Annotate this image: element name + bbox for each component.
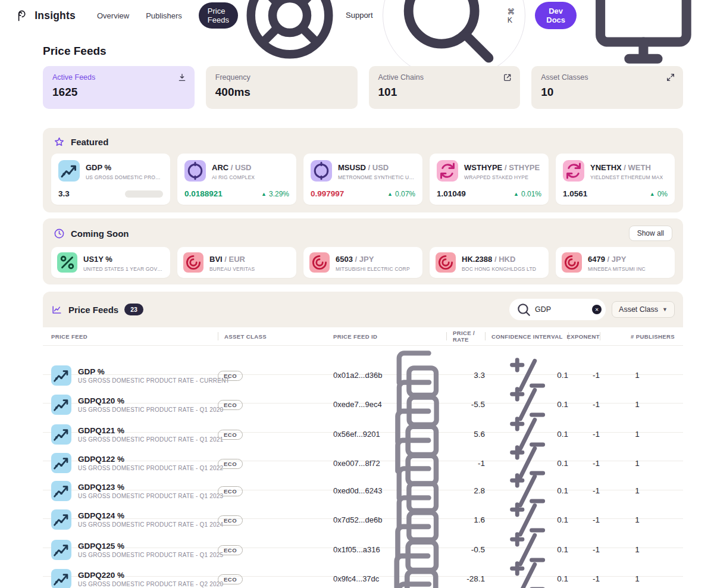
price-value: 2.8 xyxy=(446,486,485,495)
theme-toggle-button[interactable] xyxy=(586,0,701,73)
featured-card[interactable]: YNETHX / WETH YIELDNEST ETHEREUM MAX 1.0… xyxy=(556,154,675,205)
asset-icon xyxy=(57,252,77,273)
price-value: 3.3 xyxy=(446,371,485,380)
asset-class-badge: ECO xyxy=(218,545,243,555)
line-chart-icon xyxy=(51,304,62,315)
dev-docs-button[interactable]: Dev Docs xyxy=(535,2,577,29)
featured-card[interactable]: ARC / USD AI RIG COMPLEX 0.0188921 ▲ 3.2… xyxy=(177,154,296,205)
confidence-value: 0.1 xyxy=(557,371,568,380)
feed-quote: / EUR xyxy=(224,255,245,264)
price-value: -0.5 xyxy=(446,545,485,554)
top-nav: Insights Overview Publishers Price Feeds… xyxy=(0,0,714,31)
price-feeds-table: PRICE FEED ASSET CLASS PRICE FEED ID PRI… xyxy=(43,327,683,588)
price-value: -1 xyxy=(446,459,485,468)
change-value: 0% xyxy=(657,190,668,198)
nav-item-publishers[interactable]: Publishers xyxy=(146,11,182,20)
featured-header: Featured xyxy=(51,136,675,154)
table-search-input[interactable] xyxy=(535,305,588,314)
pyth-logo-icon[interactable] xyxy=(14,7,26,24)
publishers-count: 1 xyxy=(600,371,675,380)
feed-symbol: BVI xyxy=(209,255,223,264)
table-row[interactable]: GDP % US GROSS DOMESTIC PRODUCT RATE - C… xyxy=(43,345,683,374)
coming-soon-card[interactable]: 6503 / JPY MITSUBISHI ELECTRIC CORP xyxy=(303,247,422,278)
publishers-count: 1 xyxy=(600,486,675,495)
featured-card[interactable]: GDP % US GROSS DOMESTIC PRODUC... 3.3 ▲ xyxy=(51,154,170,205)
feed-name: GDP % xyxy=(78,367,230,376)
search-icon xyxy=(516,302,531,317)
stat-label: Asset Classes xyxy=(541,73,674,82)
feed-name: GDPQ125 % xyxy=(78,542,223,551)
stat-action-icon[interactable] xyxy=(340,73,350,82)
monitor-icon xyxy=(586,0,701,73)
global-search-button[interactable]: ⌘ K xyxy=(383,0,526,76)
asset-class-badge: ECO xyxy=(218,430,243,440)
feed-description: US GROSS DOMESTIC PRODUCT RATE - CURRENT xyxy=(78,377,230,384)
featured-card[interactable]: MSUSD / USD METRONOME SYNTHETIC US D... … xyxy=(303,154,422,205)
chart-trend-icon xyxy=(51,424,71,445)
coming-soon-header: Coming Soon Show all xyxy=(51,225,675,247)
feed-description: US GROSS DOMESTIC PRODUCT RATE - Q1 2025 xyxy=(78,552,223,558)
coming-soon-section: Coming Soon Show all US1Y % UNITED STATE… xyxy=(43,218,683,284)
stat-action-icon[interactable] xyxy=(177,73,187,82)
asset-icon xyxy=(437,160,458,182)
feed-description: YIELDNEST ETHEREUM MAX xyxy=(590,174,663,180)
search-icon xyxy=(390,0,503,72)
clear-search-button[interactable]: ✕ xyxy=(592,305,602,314)
featured-card[interactable]: WSTHYPE / STHYPE WRAPPED STAKED HYPE 1.0… xyxy=(430,154,549,205)
copy-icon[interactable] xyxy=(387,577,446,588)
stat-label: Active Chains xyxy=(378,73,511,82)
feed-description: MITSUBISHI ELECTRIC CORP xyxy=(336,266,410,272)
arrow-up-icon: ▲ xyxy=(261,191,267,197)
stat-card: Asset Classes 10 xyxy=(531,66,683,109)
stat-action-icon[interactable] xyxy=(666,73,675,82)
feed-price: 1.01049 xyxy=(437,189,466,198)
stat-action-icon[interactable] xyxy=(503,73,512,82)
feed-quote: / WETH xyxy=(624,163,651,172)
change-value: 0.01% xyxy=(521,190,541,198)
nav-item-price-feeds[interactable]: Price Feeds xyxy=(199,2,238,29)
feed-quote: / HKD xyxy=(494,255,515,264)
chart-trend-icon xyxy=(51,395,71,415)
support-button[interactable]: Support xyxy=(238,0,373,67)
feed-description: US GROSS DOMESTIC PRODUCT RATE - Q1 2022 xyxy=(78,465,223,471)
col-exponent: EXPONENT xyxy=(568,332,600,340)
publishers-count: 1 xyxy=(600,545,675,554)
feed-price: 1.0561 xyxy=(563,189,587,198)
asset-icon xyxy=(563,160,584,182)
coming-soon-card[interactable]: BVI / EUR BUREAU VERITAS xyxy=(177,247,296,278)
coming-soon-card[interactable]: 6479 / JPY MINEBEA MITSUMI INC xyxy=(556,247,675,278)
coming-soon-cards: US1Y % UNITED STATES 1 YEAR GOVER... BVI… xyxy=(51,247,675,278)
asset-icon xyxy=(309,252,330,273)
asset-class-badge: ECO xyxy=(218,371,243,381)
feed-description: US GROSS DOMESTIC PRODUCT RATE - Q1 2021 xyxy=(78,436,223,443)
coming-soon-card[interactable]: US1Y % UNITED STATES 1 YEAR GOVER... xyxy=(51,247,170,278)
support-label: Support xyxy=(346,11,373,20)
asset-icon xyxy=(436,252,456,273)
asset-class-filter[interactable]: Asset Class ▼ xyxy=(612,301,675,318)
chevron-down-icon: ▼ xyxy=(662,306,668,312)
exponent-value: -1 xyxy=(568,459,600,468)
col-price-rate: PRICE / RATE xyxy=(446,332,485,340)
featured-section: Featured GDP % US GROSS DOMESTIC PRODUC.… xyxy=(43,128,683,212)
show-all-button[interactable]: Show all xyxy=(629,226,672,241)
exponent-value: -1 xyxy=(568,545,600,554)
stat-card: Active Feeds 1625 xyxy=(43,66,195,109)
plus-minus-icon xyxy=(503,582,552,588)
nav-links: Overview Publishers Price Feeds xyxy=(97,2,238,29)
change-badge: ▲ 0% xyxy=(650,190,668,198)
feed-name: GDPQ121 % xyxy=(78,426,223,435)
chart-trend-icon xyxy=(51,509,71,530)
asset-class-badge: ECO xyxy=(218,459,243,469)
table-search: ✕ xyxy=(509,299,606,320)
publishers-count: 1 xyxy=(600,515,675,524)
feed-description: BOC HONG KONGHLDGS LTD xyxy=(462,266,536,272)
nav-item-overview[interactable]: Overview xyxy=(97,11,129,20)
feed-quote: / JPY xyxy=(607,255,627,264)
stat-value: 1625 xyxy=(52,86,185,99)
feed-symbol: YNETHX xyxy=(590,163,622,172)
price-value: -5.5 xyxy=(446,400,485,409)
asset-icon xyxy=(58,160,80,182)
coming-soon-card[interactable]: HK.2388 / HKD BOC HONG KONGHLDGS LTD xyxy=(430,247,549,278)
stat-value: 400ms xyxy=(215,86,348,99)
price-feeds-title: Price Feeds xyxy=(68,305,118,315)
